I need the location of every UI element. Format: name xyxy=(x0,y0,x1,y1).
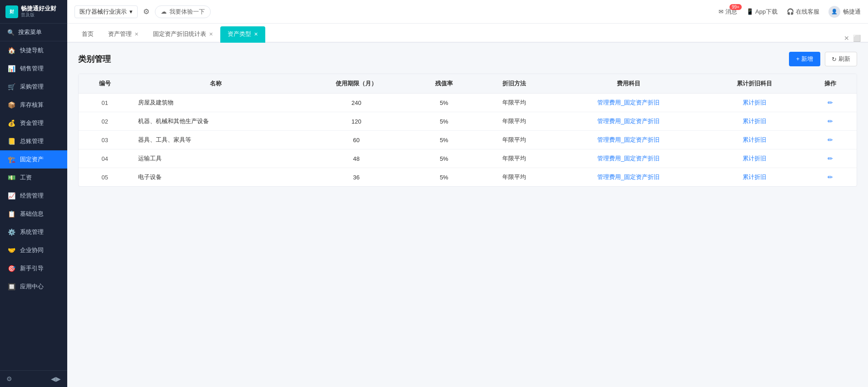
user-menu[interactable]: 👤 畅捷通 xyxy=(828,6,861,18)
content-area: 类别管理 + 新增 ↻ 刷新 编号 名称 使用期限（月） 残值率 折旧方法 xyxy=(67,43,868,387)
cell-method: 年限平均 xyxy=(476,112,552,131)
col-residual: 残值率 xyxy=(412,74,476,94)
online-service-action[interactable]: 🎧 在线客服 xyxy=(787,8,819,16)
headset-icon: 🎧 xyxy=(787,8,794,15)
cell-action: ✏ xyxy=(804,131,857,149)
cell-action: ✏ xyxy=(804,168,857,187)
nav-label: 销售管理 xyxy=(20,64,44,73)
sidebar-item-operations[interactable]: 📈 经营管理 xyxy=(0,187,67,205)
tab-asset-mgmt-close[interactable]: ✕ xyxy=(134,31,139,37)
col-period: 使用期限（月） xyxy=(301,74,412,94)
edit-icon[interactable]: ✏ xyxy=(828,136,833,144)
table-header: 编号 名称 使用期限（月） 残值率 折旧方法 费用科目 累计折旧科目 操作 xyxy=(79,74,857,94)
nav-label: 工资 xyxy=(20,174,32,182)
collapse-icon[interactable]: ◀▶ xyxy=(51,375,61,382)
sidebar-item-basic-info[interactable]: 📋 基础信息 xyxy=(0,205,67,223)
cell-name: 机器、机械和其他生产设备 xyxy=(131,112,301,131)
tab-home[interactable]: 首页 xyxy=(74,26,101,43)
edit-icon[interactable]: ✏ xyxy=(828,118,833,125)
fixed-assets-icon: 🏗️ xyxy=(7,155,15,164)
messages-icon: ✉ xyxy=(719,8,724,15)
restore-window-btn[interactable]: ⬜ xyxy=(853,35,861,42)
experience-label: 我要体验一下 xyxy=(169,8,205,16)
basic-info-icon: 📋 xyxy=(7,210,15,218)
table-row: 01 房屋及建筑物 240 5% 年限平均 管理费用_固定资产折旧 累计折旧 ✏ xyxy=(79,94,857,112)
app-selector[interactable]: 医疗器械行业演示 ▾ xyxy=(74,5,138,18)
sidebar-item-enterprise[interactable]: 🤝 企业协同 xyxy=(0,241,67,259)
settings-icon[interactable]: ⚙ xyxy=(6,375,12,382)
table-body: 01 房屋及建筑物 240 5% 年限平均 管理费用_固定资产折旧 累计折旧 ✏… xyxy=(79,94,857,187)
table-row: 04 运输工具 48 5% 年限平均 管理费用_固定资产折旧 累计折旧 ✏ xyxy=(79,149,857,168)
sidebar-item-quick-nav[interactable]: 🏠 快捷导航 xyxy=(0,41,67,60)
sidebar-item-purchase[interactable]: 🛒 采购管理 xyxy=(0,78,67,96)
edit-icon[interactable]: ✏ xyxy=(828,155,833,162)
cell-name: 房屋及建筑物 xyxy=(131,94,301,112)
nav-label: 总账管理 xyxy=(20,137,44,145)
messages-action[interactable]: ✉ 消息 99+ xyxy=(719,8,737,16)
finance-icon: 💰 xyxy=(7,119,15,127)
tab-window-controls: ✕ ⬜ xyxy=(844,35,861,42)
inventory-icon: 📦 xyxy=(7,101,15,109)
cell-fee: 管理费用_固定资产折旧 xyxy=(552,168,705,187)
page-header: 类别管理 + 新增 ↻ 刷新 xyxy=(78,52,857,66)
app-selector-label: 医疗器械行业演示 xyxy=(79,8,127,16)
topbar-settings-icon[interactable]: ⚙ xyxy=(143,7,149,16)
tab-asset-mgmt[interactable]: 资产管理 ✕ xyxy=(101,26,146,43)
cell-period: 120 xyxy=(301,112,412,131)
sidebar-item-guide[interactable]: 🎯 新手引导 xyxy=(0,259,67,278)
nav-label: 采购管理 xyxy=(20,83,44,91)
cell-accum: 累计折旧 xyxy=(705,94,804,112)
cell-code: 03 xyxy=(79,131,131,149)
sidebar-item-finance[interactable]: 💰 资金管理 xyxy=(0,114,67,132)
cell-code: 04 xyxy=(79,149,131,168)
tab-fixed-depr[interactable]: 固定资产折旧统计表 ✕ xyxy=(146,26,220,43)
cell-period: 36 xyxy=(301,168,412,187)
refresh-btn[interactable]: ↻ 刷新 xyxy=(825,52,857,66)
sidebar-item-fixed-assets[interactable]: 🏗️ 固定资产 xyxy=(0,150,67,169)
tab-asset-type[interactable]: 资产类型 ✕ xyxy=(220,26,265,43)
cell-residual: 5% xyxy=(412,149,476,168)
sidebar-item-sales[interactable]: 📊 销售管理 xyxy=(0,60,67,78)
tab-asset-type-close[interactable]: ✕ xyxy=(254,31,258,37)
table-row: 03 器具、工具、家具等 60 5% 年限平均 管理费用_固定资产折旧 累计折旧… xyxy=(79,131,857,149)
purchase-icon: 🛒 xyxy=(7,83,15,91)
col-code: 编号 xyxy=(79,74,131,94)
category-table: 编号 名称 使用期限（月） 残值率 折旧方法 费用科目 累计折旧科目 操作 01… xyxy=(79,74,857,186)
edit-icon[interactable]: ✏ xyxy=(828,99,833,106)
close-window-btn[interactable]: ✕ xyxy=(844,35,849,42)
refresh-icon: ↻ xyxy=(832,56,837,63)
cell-action: ✏ xyxy=(804,149,857,168)
cell-residual: 5% xyxy=(412,112,476,131)
cell-accum: 累计折旧 xyxy=(705,112,804,131)
col-accum: 累计折旧科目 xyxy=(705,74,804,94)
sidebar-item-app-center[interactable]: 🔲 应用中心 xyxy=(0,278,67,296)
experience-btn[interactable]: ☁ 我要体验一下 xyxy=(155,5,211,18)
col-method: 折旧方法 xyxy=(476,74,552,94)
messages-badge: 99+ xyxy=(729,4,742,10)
cell-method: 年限平均 xyxy=(476,168,552,187)
sidebar-item-salary[interactable]: 💵 工资 xyxy=(0,169,67,187)
nav-label: 系统管理 xyxy=(20,228,44,236)
cell-code: 01 xyxy=(79,94,131,112)
tab-fixed-depr-close[interactable]: ✕ xyxy=(209,31,213,37)
new-btn[interactable]: + 新增 xyxy=(789,52,820,66)
tab-asset-mgmt-label: 资产管理 xyxy=(108,30,132,38)
tabbar: 首页 资产管理 ✕ 固定资产折旧统计表 ✕ 资产类型 ✕ ✕ ⬜ xyxy=(67,24,868,43)
cell-method: 年限平均 xyxy=(476,131,552,149)
cell-period: 240 xyxy=(301,94,412,112)
nav-label: 经营管理 xyxy=(20,192,44,200)
app-download-action[interactable]: 📱 App下载 xyxy=(746,8,778,16)
guide-icon: 🎯 xyxy=(7,264,15,273)
sidebar-item-ledger[interactable]: 📒 总账管理 xyxy=(0,132,67,150)
tab-home-label: 首页 xyxy=(82,30,94,38)
page-title: 类别管理 xyxy=(78,54,111,64)
logo-text: 畅捷通好业财 xyxy=(21,5,56,12)
nav-label: 库存核算 xyxy=(20,101,44,109)
sidebar-search-btn[interactable]: 🔍 搜索菜单 xyxy=(0,24,67,41)
nav-items: 🏠 快捷导航 📊 销售管理 🛒 采购管理 📦 库存核算 💰 资金管理 📒 总账管… xyxy=(0,41,67,370)
cell-residual: 5% xyxy=(412,94,476,112)
edit-icon[interactable]: ✏ xyxy=(828,174,833,181)
sidebar-item-system[interactable]: ⚙️ 系统管理 xyxy=(0,223,67,241)
cell-residual: 5% xyxy=(412,131,476,149)
sidebar-item-inventory[interactable]: 📦 库存核算 xyxy=(0,96,67,114)
